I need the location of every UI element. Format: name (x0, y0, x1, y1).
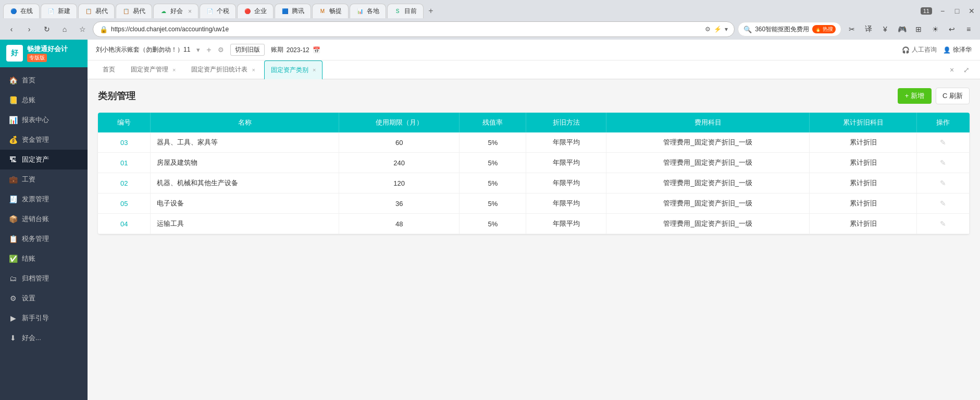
sidebar-item-home-label: 首页 (22, 76, 35, 85)
sidebar-item-tax[interactable]: 📋 税务管理 (0, 229, 88, 249)
cell-expense-0: 管理费用_固定资产折旧_一级 (606, 132, 810, 153)
browser-tab-geshui[interactable]: 📄 个税 (200, 4, 236, 18)
sidebar-item-fixed-assets[interactable]: 🏗 固定资产 (0, 150, 88, 169)
sidebar-item-reports[interactable]: 📊 报表中心 (0, 110, 88, 130)
tab-label: 新建 (58, 7, 70, 16)
sidebar-item-settings[interactable]: ⚙ 设置 (0, 288, 88, 308)
cell-residual-1: 5% (460, 153, 526, 173)
game-icon[interactable]: 🎮 (895, 22, 909, 37)
menu-icon[interactable]: ≡ (961, 22, 976, 37)
cell-action-2: ✎ (917, 173, 970, 193)
edit-icon-4[interactable]: ✎ (940, 220, 946, 228)
invoice-icon: 🧾 (8, 195, 18, 204)
cell-residual-3: 5% (460, 193, 526, 214)
service-button[interactable]: 🎧 人工咨询 (902, 45, 937, 54)
sidebar-item-salary[interactable]: 💼 工资 (0, 169, 88, 189)
edit-icon-3[interactable]: ✎ (940, 199, 946, 208)
browser-tab-gedi[interactable]: 📊 各地 (350, 4, 386, 18)
dropdown-icon[interactable]: ▾ (725, 26, 728, 33)
back-button[interactable]: ‹ (4, 22, 19, 37)
bookmark-button[interactable]: ☆ (75, 22, 90, 37)
sidebar-item-closing[interactable]: ✅ 结账 (0, 249, 88, 269)
cell-name-1: 房屋及建筑物 (151, 153, 339, 173)
tab-close-icon[interactable]: × (188, 8, 192, 15)
edit-icon-1[interactable]: ✎ (940, 159, 946, 167)
content-tab-home-label: 首页 (103, 65, 115, 74)
forward-button[interactable]: › (22, 22, 36, 37)
col-header-method: 折旧方法 (526, 113, 606, 132)
content-tab-depreciation-close[interactable]: × (252, 67, 255, 73)
wallet-icon[interactable]: ¥ (878, 22, 892, 37)
edit-icon-0[interactable]: ✎ (940, 138, 946, 147)
content-tab-fixed-mgr-label: 固定资产管理 (131, 65, 168, 74)
sidebar-item-ledger[interactable]: 📒 总账 (0, 90, 88, 110)
browser-tab-haohui[interactable]: ☁ 好会 × (153, 4, 199, 18)
content-tab-depreciation[interactable]: 固定资产折旧统计表 × (184, 60, 262, 79)
address-url: https://cloud.chanjet.com/accounting/uw1… (111, 26, 702, 33)
browser-tab-online[interactable]: 🔵 在线 (3, 4, 40, 18)
site-info-icon[interactable]: ⚙ (705, 26, 711, 33)
page-body: 类别管理 + 新增 C 刷新 编号 名称 使用期限（月） 残值率 折旧方法 (88, 79, 980, 400)
calendar-icon[interactable]: 📅 (313, 46, 320, 54)
reload-button[interactable]: ↻ (40, 22, 54, 37)
close-window-button[interactable]: ✕ (966, 6, 977, 16)
refresh-button[interactable]: C 刷新 (936, 88, 970, 104)
cell-expense-4: 管理费用_固定资产折旧_一级 (606, 214, 810, 234)
col-header-code: 编号 (98, 113, 151, 132)
cell-name-4: 运输工具 (151, 214, 339, 234)
sidebar-item-guide[interactable]: ▶ 新手引导 (0, 308, 88, 328)
cell-expense-2: 管理费用_固定资产折旧_一级 (606, 173, 810, 193)
address-box[interactable]: 🔒 https://cloud.chanjet.com/accounting/u… (93, 21, 735, 37)
content-tab-home[interactable]: 首页 (96, 60, 122, 79)
cell-accumulated-0: 累计折旧 (810, 132, 917, 153)
browser-tab-changtai[interactable]: M 畅提 (312, 4, 349, 18)
grid-icon[interactable]: ⊞ (911, 22, 926, 37)
content-tab-category-close[interactable]: × (313, 67, 316, 73)
add-button[interactable]: + 新增 (898, 88, 932, 104)
tab-label: 各地 (367, 7, 379, 16)
funds-icon: 💰 (8, 135, 18, 144)
sidebar-item-home[interactable]: 🏠 首页 (0, 70, 88, 90)
sidebar-item-archive[interactable]: 🗂 归档管理 (0, 269, 88, 288)
table-body: 03 器具、工具、家具等 60 5% 年限平均 管理费用_固定资产折旧_一级 累… (98, 132, 970, 234)
browser-tab-tengxun[interactable]: 🟦 腾讯 (275, 4, 311, 18)
expand-panel-icon[interactable]: ⤢ (961, 65, 972, 75)
sidebar-item-archive-label: 归档管理 (22, 274, 49, 283)
sun-icon[interactable]: ☀ (928, 22, 942, 37)
home-button[interactable]: ⌂ (57, 22, 72, 37)
sidebar-item-funds[interactable]: 💰 资金管理 (0, 130, 88, 150)
new-tab-button[interactable]: + (425, 5, 437, 17)
dropdown-user-icon[interactable]: ▾ (196, 46, 200, 54)
cell-method-0: 年限平均 (526, 132, 606, 153)
lightning-icon[interactable]: ⚡ (714, 26, 722, 33)
minimize-button[interactable]: − (937, 6, 948, 16)
browser-tab-qiye[interactable]: 🔴 企业 (237, 4, 274, 18)
sidebar-item-more[interactable]: ⬇ 好会... (0, 328, 88, 348)
fixed-assets-icon: 🏗 (8, 155, 18, 164)
maximize-button[interactable]: □ (952, 6, 962, 16)
undo-icon[interactable]: ↩ (945, 22, 959, 37)
search-bar[interactable]: 🔍 360智能抠图免费用 🔥 热搜 (738, 22, 841, 37)
address-icons: ⚙ ⚡ ▾ (705, 26, 728, 33)
tab-favicon: 📊 (356, 8, 364, 15)
edit-icon-2[interactable]: ✎ (940, 179, 946, 187)
browser-tab-new[interactable]: 📄 新建 (41, 4, 77, 18)
scissors-icon[interactable]: ✂ (845, 22, 859, 37)
browser-tab-yidai1[interactable]: 📋 易代 (78, 4, 115, 18)
switch-version-button[interactable]: 切到旧版 (230, 44, 265, 56)
sidebar-item-invoice[interactable]: 🧾 发票管理 (0, 189, 88, 209)
browser-tab-muqian[interactable]: S 目前 (387, 4, 424, 18)
plus-icon[interactable]: + (206, 45, 211, 55)
sidebar-item-inventory[interactable]: 📦 进销台账 (0, 209, 88, 229)
browser-tab-yidai2[interactable]: 📋 易代 (116, 4, 152, 18)
cell-period-1: 240 (339, 153, 460, 173)
content-tab-category[interactable]: 固定资产类别 × (264, 60, 322, 79)
close-panel-icon[interactable]: × (947, 65, 957, 75)
translate-icon[interactable]: 译 (861, 22, 876, 37)
app-layout: 好 畅捷通好会计 专版版 🏠 首页 📒 总账 📊 报表中心 💰 (0, 40, 980, 400)
user-avatar-button[interactable]: 👤 徐泽华 (943, 45, 972, 54)
settings-user-icon[interactable]: ⚙ (218, 46, 224, 54)
content-tab-fixed-mgr-close[interactable]: × (172, 67, 176, 73)
content-tab-fixed-mgr[interactable]: 固定资产管理 × (124, 60, 182, 79)
tab-label: 目前 (404, 7, 417, 16)
